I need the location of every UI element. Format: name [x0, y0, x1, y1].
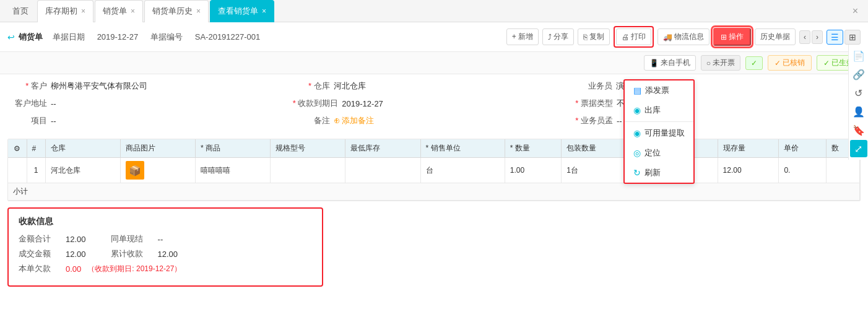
sold-badge[interactable]: ✓ 已核销 [768, 55, 812, 71]
not-opened-label: 未开票 [713, 58, 735, 68]
sidebar-refresh-icon[interactable]: ↺ [850, 84, 867, 102]
amount-total-label: 金额合计 [19, 233, 62, 245]
copy-button[interactable]: ⎘ 复制 [578, 28, 610, 45]
prev-button[interactable]: ‹ [799, 30, 810, 44]
tab-view-sales[interactable]: 查看销货单 × [210, 0, 274, 22]
tab-sales-history[interactable]: 销货单历史 × [144, 0, 209, 22]
row-image: 📦 [120, 158, 195, 183]
logistics-icon: 🚚 [663, 33, 672, 41]
due-date-value: 2019-12-27 [342, 99, 428, 108]
col-warehouse: 仓库 [45, 139, 120, 158]
doc-date-label: 单据日期 2019-12-27 [53, 32, 145, 43]
total-received-value: 12.00 [158, 250, 178, 259]
sidebar-doc-icon[interactable]: 📄 [850, 47, 867, 64]
main-toolbar: ↩ 销货单 单据日期 2019-12-27 单据编号 SA-20191227-0… [0, 22, 868, 52]
row-warehouse: 河北仓库 [45, 158, 120, 183]
date-value: 2019-12-27 [97, 32, 139, 41]
tab-sales[interactable]: 销货单 × [95, 0, 143, 22]
row-unit: 台 [420, 158, 505, 183]
product-img-icon: 📦 [129, 165, 141, 176]
list-view-button[interactable]: ☰ [827, 30, 843, 45]
add-invoice-item[interactable]: ▤ 添发票 [625, 80, 693, 100]
tab-inventory[interactable]: 库存期初 × [37, 0, 93, 22]
sidebar-expand-icon[interactable]: ⤢ [850, 140, 867, 157]
check-button[interactable]: ✓ [745, 56, 763, 70]
tab-home[interactable]: 首页 [5, 0, 36, 22]
project-group: 项目 -- [10, 115, 293, 126]
sales-person-group: 业务员孟 -- [575, 115, 858, 126]
row-spec [271, 158, 345, 183]
secondary-toolbar: 📱 来自手机 ○ 未开票 ✓ ✓ 已核销 ✓ 已生效 [0, 52, 868, 74]
ops-label: 操作 [729, 32, 744, 42]
refresh-icon: ↻ [633, 168, 641, 178]
close-view-sales-tab[interactable]: × [262, 7, 266, 15]
operations-button[interactable]: ⊞ 操作 [713, 28, 751, 46]
phone-icon: 📱 [649, 59, 659, 67]
col-current-stock: 现存量 [718, 139, 779, 158]
due-date-label: 收款到期日 [293, 98, 339, 109]
transaction-value: 12.00 [66, 250, 86, 259]
add-note-button[interactable]: ⊕ 添加备注 [334, 116, 375, 125]
refresh-item[interactable]: ↻ 刷新 [625, 163, 693, 183]
from-phone-label: 来自手机 [661, 58, 690, 68]
sidebar-link-icon[interactable]: 🔗 [850, 66, 867, 83]
grid-view-button[interactable]: ⊞ [844, 30, 861, 45]
amount-total-item: 金额合计 12.00 [19, 233, 86, 245]
share-button[interactable]: ⤴ 分享 [542, 28, 574, 45]
warehouse-value: 河北仓库 [334, 80, 420, 92]
main-content: ↩ 销货单 单据日期 2019-12-27 单据编号 SA-20191227-0… [0, 22, 868, 330]
from-phone-button[interactable]: 📱 来自手机 [644, 55, 696, 71]
sidebar-user-icon[interactable]: 👤 [850, 103, 867, 120]
form-row-1: 客户 柳州粤港平安气体有限公司 仓库 河北仓库 业务员 演示账号 [10, 80, 858, 92]
doc-icon: ↩ [7, 32, 15, 42]
locate-item[interactable]: ◎ 定位 [625, 143, 693, 163]
not-opened-icon: ○ [706, 59, 711, 67]
ticket-label: 票据类型 [575, 98, 613, 109]
next-button[interactable]: › [812, 30, 823, 44]
sidebar-bookmark-icon[interactable]: 🔖 [850, 121, 867, 139]
close-sales-tab[interactable]: × [131, 7, 135, 15]
doc-number-label: 单据编号 SA-20191227-001 [150, 32, 267, 43]
logistics-label: 物流信息 [674, 32, 704, 42]
available-qty-item[interactable]: ◉ 可用量提取 [625, 123, 693, 143]
close-sales-history-tab[interactable]: × [196, 7, 201, 15]
toolbar-actions: + 新增 ⤴ 分享 ⎘ 复制 🖨 打印 🚚 [506, 26, 861, 48]
table-header-row: ⚙ # 仓库 商品图片 * 商品 规格型号 最低库存 * 销售单位 * 数量 包… [8, 139, 860, 158]
payment-row-3: 本单欠款 0.00 （收款到期日: 2019-12-27） [19, 263, 312, 274]
check-icon: ✓ [751, 59, 757, 67]
row-unit-price: 0. [779, 158, 826, 183]
same-bill-item: 同单现结 -- [111, 233, 163, 245]
not-opened-button[interactable]: ○ 未开票 [701, 55, 740, 71]
locate-icon: ◎ [633, 148, 641, 158]
note-label: 备注 [293, 115, 330, 126]
new-button[interactable]: + 新增 [506, 28, 539, 45]
logistics-button[interactable]: 🚚 物流信息 [658, 28, 710, 45]
view-toggle: ☰ ⊞ [827, 30, 861, 45]
number-value: SA-20191227-001 [195, 32, 261, 41]
history-button[interactable]: 历史单据 [755, 28, 796, 45]
history-label: 历史单据 [760, 32, 790, 42]
warehouse-group: 仓库 河北仓库 [293, 80, 576, 92]
refresh-label: 刷新 [644, 167, 661, 178]
col-image: 商品图片 [120, 139, 195, 158]
close-page-button[interactable]: × [848, 6, 863, 17]
copy-icon: ⎘ [583, 33, 588, 41]
address-group: 客户地址 -- [10, 98, 293, 109]
sales-person-label: 业务员孟 [575, 115, 613, 126]
print-button[interactable]: 🖨 打印 [616, 28, 651, 45]
col-qty: * 数量 [505, 139, 561, 158]
transaction-label: 成交金额 [19, 248, 62, 259]
address-label: 客户地址 [10, 98, 47, 109]
row-amount [826, 158, 859, 183]
same-bill-label: 同单现结 [111, 233, 154, 245]
outbound-item[interactable]: ◉ 出库 [625, 100, 693, 120]
project-value: -- [51, 116, 137, 126]
inventory-label: 库存期初 [45, 6, 77, 17]
address-value: -- [51, 99, 137, 108]
project-label: 项目 [10, 115, 47, 126]
customer-value: 柳州粤港平安气体有限公司 [51, 80, 147, 92]
amount-total-value: 12.00 [66, 235, 86, 244]
close-inventory-tab[interactable]: × [81, 7, 85, 15]
subtotal-row: 小计 [8, 183, 860, 201]
customer-group: 客户 柳州粤港平安气体有限公司 [10, 80, 293, 92]
